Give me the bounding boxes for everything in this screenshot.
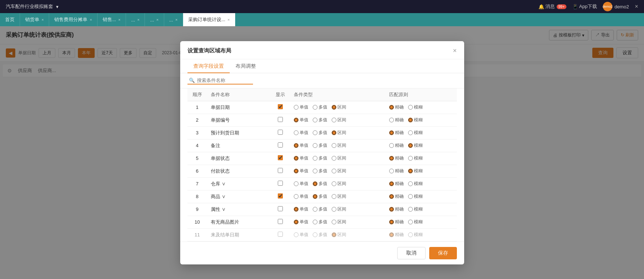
match-exact-label[interactable]: 精确 [389,206,404,212]
type-range-radio[interactable] [332,105,336,110]
match-fuzzy-radio[interactable] [408,220,413,224]
type-multi-label[interactable]: 多值 [313,181,327,187]
type-multi-radio[interactable] [313,194,317,199]
display-checkbox[interactable] [278,219,283,224]
match-exact-label[interactable]: 精确 [389,181,404,187]
type-multi-radio[interactable] [313,156,317,161]
match-exact-radio[interactable] [389,130,394,135]
display-checkbox[interactable] [278,206,283,211]
type-range-label[interactable]: 区间 [332,181,346,187]
type-range-radio[interactable] [332,220,336,224]
display-checkbox[interactable] [278,130,283,135]
type-single-radio[interactable] [294,105,299,110]
tab-3[interactable]: 销售... × [98,13,126,26]
tab-6[interactable]: ... × [164,13,183,26]
match-exact-radio[interactable] [389,181,394,186]
match-fuzzy-label[interactable]: 模糊 [408,104,423,110]
top-close-btn[interactable]: × [635,3,638,10]
match-exact-label[interactable]: 精确 [389,104,404,110]
type-multi-radio[interactable] [313,207,317,212]
type-single-label[interactable]: 单值 [294,104,308,110]
tab-sales-cost[interactable]: 销售费用分摊单 × [49,13,97,26]
match-exact-radio[interactable] [389,156,394,161]
type-multi-label[interactable]: 多值 [313,130,327,136]
type-multi-radio[interactable] [313,169,317,173]
match-fuzzy-radio[interactable] [408,181,413,186]
match-fuzzy-label[interactable]: 模糊 [408,130,423,136]
type-range-label[interactable]: 区间 [332,206,346,212]
tab-6-close[interactable]: × [175,17,178,22]
modal-tab-layout[interactable]: 布局调整 [230,59,262,73]
tab-4[interactable]: ... × [126,13,145,26]
modal-close-button[interactable]: × [453,47,457,55]
type-range-label[interactable]: 区间 [332,232,346,238]
type-range-label[interactable]: 区间 [332,168,346,174]
match-fuzzy-radio[interactable] [408,232,413,237]
match-exact-radio[interactable] [389,118,394,122]
type-single-label[interactable]: 单值 [294,181,308,187]
type-range-label[interactable]: 区间 [332,130,346,136]
type-range-label[interactable]: 区间 [332,142,346,149]
type-single-label[interactable]: 单值 [294,117,308,123]
match-exact-label[interactable]: 精确 [389,219,404,225]
type-multi-label[interactable]: 多值 [313,117,327,123]
search-input[interactable] [197,78,258,83]
type-multi-label[interactable]: 多值 [313,193,327,200]
type-multi-label[interactable]: 多值 [313,232,327,238]
type-range-label[interactable]: 区间 [332,117,346,123]
match-exact-label[interactable]: 精确 [389,130,404,136]
match-fuzzy-label[interactable]: 模糊 [408,117,423,123]
match-exact-label[interactable]: 精确 [389,117,404,123]
tab-active[interactable]: 采购订单统计设... × [183,13,235,26]
type-range-label[interactable]: 区间 [332,104,346,110]
tab-home[interactable]: 首页 [0,13,20,26]
tab-sales[interactable]: 销货单 × [20,13,49,26]
type-multi-radio[interactable] [313,181,317,186]
user-area[interactable]: demo2 demo2 [603,2,629,11]
display-checkbox[interactable] [278,142,283,148]
type-single-label[interactable]: 单值 [294,206,308,212]
match-fuzzy-label[interactable]: 模糊 [408,168,423,174]
match-exact-radio[interactable] [389,169,394,173]
type-range-radio[interactable] [332,232,336,237]
match-exact-radio[interactable] [389,194,394,199]
type-multi-label[interactable]: 多值 [313,219,327,225]
cancel-button[interactable]: 取消 [397,247,426,259]
match-fuzzy-label[interactable]: 模糊 [408,155,423,161]
dropdown-icon[interactable]: ▾ [56,4,59,9]
type-single-label[interactable]: 单值 [294,155,308,161]
type-single-radio[interactable] [294,143,299,148]
display-checkbox[interactable] [278,168,283,173]
save-button[interactable]: 保存 [429,247,457,259]
match-exact-label[interactable]: 精确 [389,232,404,238]
match-exact-radio[interactable] [389,207,394,212]
tab-5[interactable]: ... × [145,13,164,26]
type-single-label[interactable]: 单值 [294,130,308,136]
type-single-radio[interactable] [294,194,299,199]
display-checkbox[interactable] [278,193,283,199]
match-fuzzy-radio[interactable] [408,143,413,148]
type-range-label[interactable]: 区间 [332,219,346,225]
type-single-label[interactable]: 单值 [294,142,308,149]
type-range-radio[interactable] [332,130,336,135]
type-range-radio[interactable] [332,118,336,122]
display-checkbox[interactable] [278,232,283,237]
display-checkbox[interactable] [278,104,283,109]
type-single-label[interactable]: 单值 [294,193,308,200]
type-single-label[interactable]: 单值 [294,168,308,174]
match-exact-label[interactable]: 精确 [389,142,404,149]
type-multi-label[interactable]: 多值 [313,104,327,110]
match-fuzzy-label[interactable]: 模糊 [408,219,423,225]
match-fuzzy-radio[interactable] [408,169,413,173]
match-fuzzy-radio[interactable] [408,118,413,122]
tab-4-close[interactable]: × [137,17,139,22]
type-single-radio[interactable] [294,169,299,173]
type-range-radio[interactable] [332,169,336,173]
tab-5-close[interactable]: × [156,17,158,22]
display-checkbox[interactable] [278,181,283,186]
match-fuzzy-label[interactable]: 模糊 [408,193,423,200]
type-multi-radio[interactable] [313,220,317,224]
match-fuzzy-label[interactable]: 模糊 [408,181,423,187]
type-multi-label[interactable]: 多值 [313,168,327,174]
type-range-radio[interactable] [332,207,336,212]
